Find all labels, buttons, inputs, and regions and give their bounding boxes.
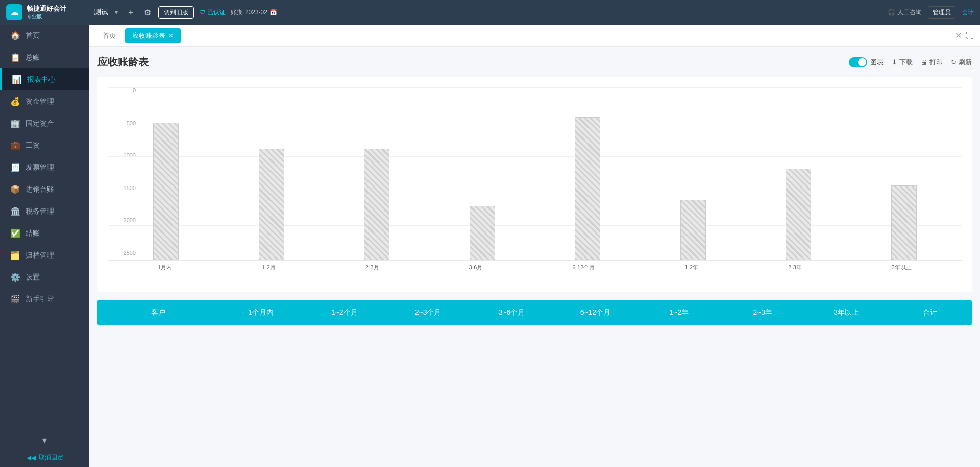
chart-inner: 1月内1-2月2-3月3-6月6-12个月1-2年2-3年3年以上 [108, 87, 962, 271]
bar [259, 149, 284, 260]
sidebar-label-settings: 设置 [26, 273, 40, 282]
table-header-cell: 3年以上 [804, 300, 888, 325]
bar [786, 169, 811, 260]
period-info: 账期 2023-02 📅 [231, 8, 277, 17]
bar-group [259, 149, 284, 260]
tab-actions: ✕ ⛶ [955, 31, 974, 40]
chart-container: 25002000150010005000 [97, 77, 972, 292]
table-header-cell: 6~12个月 [553, 300, 637, 325]
sidebar-item-invoice[interactable]: 🧾 发票管理 [0, 156, 89, 178]
dropdown-icon[interactable]: ▼ [113, 9, 119, 16]
sidebar-icon-archive: 🗂️ [10, 250, 20, 260]
sidebar-item-salary[interactable]: 💼 工资 [0, 134, 89, 156]
tab-home[interactable]: 首页 [95, 28, 123, 43]
sidebar-item-ledger[interactable]: 📋 总账 [0, 46, 89, 68]
sidebar-label-closing: 结账 [26, 229, 40, 238]
workspace-name: 测试 [94, 8, 108, 17]
certified-text: 已认证 [207, 8, 226, 17]
sidebar-scroll: 🏠 首页 📋 总账 📊 报表中心 💰 资金管理 🏢 固定资产 💼 工资 🧾 发票… [0, 25, 89, 434]
sidebar-item-settings[interactable]: ⚙️ 设置 [0, 266, 89, 288]
unfix-icon: ◀◀ [27, 454, 36, 461]
table-header-cell: 2~3年 [721, 300, 804, 325]
sidebar-item-funds[interactable]: 💰 资金管理 [0, 90, 89, 112]
main-layout: 🏠 首页 📋 总账 📊 报表中心 💰 资金管理 🏢 固定资产 💼 工资 🧾 发票… [0, 25, 980, 467]
shield-icon: 🛡 [199, 9, 205, 16]
sidebar-label-ledger: 总账 [26, 53, 40, 62]
logo-area: ☁ 畅捷通好会计 专业版 [6, 4, 88, 20]
sidebar-icon-tax: 🏛️ [10, 206, 20, 216]
print-button[interactable]: 🖨 打印 [921, 58, 943, 67]
print-icon: 🖨 [921, 58, 927, 66]
download-button[interactable]: ⬇ 下载 [892, 58, 913, 67]
x-label: 2-3月 [365, 264, 379, 271]
table-header-cell: 1~2个月 [303, 300, 386, 325]
bar [364, 149, 389, 260]
add-button[interactable]: ＋ [125, 5, 137, 20]
close-tab-button[interactable]: ✕ [955, 31, 962, 40]
tab-bar: 首页应收账龄表✕ ✕ ⛶ [89, 25, 980, 47]
x-label: 3年以上 [892, 264, 912, 271]
settings-icon[interactable]: ⚙ [142, 6, 153, 19]
logo-title: 畅捷通好会计 [27, 4, 66, 13]
bar-group [364, 149, 389, 260]
tab-close-btn[interactable]: ✕ [168, 32, 174, 39]
sidebar-icon-guide: 🎬 [10, 294, 20, 304]
bars-row [108, 87, 962, 260]
switch-version-button[interactable]: 切到旧版 [158, 6, 194, 19]
sidebar-scroll-down[interactable]: ▼ [0, 434, 89, 448]
expand-button[interactable]: ⛶ [966, 31, 974, 40]
bar [891, 185, 917, 260]
sidebar-label-invoice: 发票管理 [26, 163, 54, 172]
x-label: 1月内 [158, 264, 172, 271]
sidebar-item-reports[interactable]: 📊 报表中心 [0, 68, 89, 90]
sidebar-label-salary: 工资 [26, 141, 40, 150]
role-button[interactable]: 会计 [962, 8, 974, 17]
refresh-icon: ↻ [951, 58, 957, 66]
refresh-button[interactable]: ↻ 刷新 [951, 58, 972, 67]
sidebar-icon-home: 🏠 [10, 31, 20, 40]
consult-button[interactable]: 🎧 人工咨询 [888, 8, 922, 17]
table-header-row: 客户1个月内1~2个月2~3个月3~6个月6~12个月1~2年2~3年3年以上合… [97, 300, 972, 325]
table-header-cell: 2~3个月 [386, 300, 470, 325]
sidebar-icon-trade: 📦 [10, 184, 20, 194]
toggle-label: 图表 [870, 58, 884, 67]
unfix-button[interactable]: ◀◀ 取消固定 [0, 448, 89, 467]
content-area: 首页应收账龄表✕ ✕ ⛶ 应收账龄表 图表 ⬇ 下载 [89, 25, 980, 467]
sidebar-item-guide[interactable]: 🎬 新手引导 [0, 288, 89, 310]
sidebar-icon-funds: 💰 [10, 97, 20, 106]
sidebar-item-archive[interactable]: 🗂️ 归档管理 [0, 244, 89, 266]
period-value: 2023-02 [245, 9, 267, 16]
bar-group [575, 117, 600, 260]
sidebar-item-assets[interactable]: 🏢 固定资产 [0, 112, 89, 134]
table-header-cell: 1个月内 [219, 300, 303, 325]
bar [470, 206, 495, 260]
x-label: 2-3年 [788, 264, 802, 271]
bar-group [891, 185, 917, 260]
sidebar-label-assets: 固定资产 [26, 119, 54, 128]
bar-group [680, 200, 706, 260]
x-label: 1-2年 [684, 264, 698, 271]
page-title: 应收账龄表 [97, 55, 149, 69]
tab-label: 应收账龄表 [132, 31, 165, 40]
user-button[interactable]: 管理员 [928, 6, 955, 19]
calendar-icon[interactable]: 📅 [270, 9, 277, 16]
sidebar-item-closing[interactable]: ✅ 结账 [0, 222, 89, 244]
sidebar-item-tax[interactable]: 🏛️ 税务管理 [0, 200, 89, 222]
bar-group [786, 169, 811, 260]
sidebar-icon-invoice: 🧾 [10, 162, 20, 172]
table-header-cell: 1~2年 [637, 300, 721, 325]
sidebar-item-home[interactable]: 🏠 首页 [0, 25, 89, 46]
toggle-wrap: 图表 [849, 57, 884, 67]
download-icon: ⬇ [892, 58, 897, 66]
top-header: ☁ 畅捷通好会计 专业版 测试 ▼ ＋ ⚙ 切到旧版 🛡 已认证 账期 2023… [0, 0, 980, 25]
period-label: 账期 [231, 8, 243, 17]
certified-badge: 🛡 已认证 [199, 8, 226, 17]
sidebar-icon-salary: 💼 [10, 141, 20, 150]
chart-grid-area [108, 87, 962, 261]
logo-icon: ☁ [6, 4, 22, 20]
sidebar-item-trade[interactable]: 📦 进销台账 [0, 178, 89, 200]
tab-aging[interactable]: 应收账龄表✕ [125, 28, 181, 43]
sidebar-label-home: 首页 [26, 31, 40, 40]
x-labels: 1月内1-2月2-3月3-6月6-12个月1-2年2-3年3年以上 [108, 261, 962, 271]
chart-toggle[interactable] [849, 57, 867, 67]
